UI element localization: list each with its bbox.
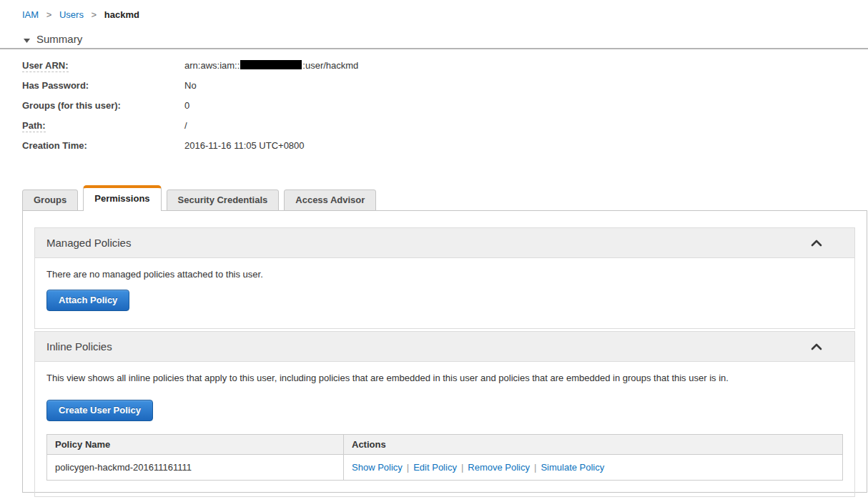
permissions-tab-panel: Managed Policies There are no managed po…: [22, 210, 867, 493]
inline-policies-description: This view shows all inline policies that…: [46, 373, 843, 384]
inline-policies-header: Inline Policies: [35, 332, 854, 362]
summary-row-path: Path: /: [22, 119, 358, 132]
breadcrumb: IAM > Users > hackmd: [22, 9, 139, 20]
breadcrumb-separator: >: [46, 9, 52, 20]
summary-title: Summary: [36, 33, 82, 45]
inline-policies-table: Policy Name Actions policygen-hackmd-201…: [46, 434, 843, 481]
redacted-account-id: [240, 60, 302, 69]
breadcrumb-link-iam[interactable]: IAM: [22, 9, 39, 20]
column-header-policy-name: Policy Name: [47, 435, 344, 455]
show-policy-link[interactable]: Show Policy: [352, 462, 403, 473]
policy-actions-cell: Show Policy|Edit Policy|Remove Policy|Si…: [344, 455, 843, 481]
managed-policies-empty-text: There are no managed policies attached t…: [46, 269, 843, 280]
inline-policies-body: This view shows all inline policies that…: [35, 362, 854, 496]
managed-policies-body: There are no managed policies attached t…: [35, 258, 854, 328]
tab-permissions[interactable]: Permissions: [83, 185, 161, 211]
has-password-value: No: [184, 79, 197, 92]
edit-policy-link[interactable]: Edit Policy: [413, 462, 457, 473]
breadcrumb-separator: >: [92, 9, 97, 20]
link-separator: |: [461, 462, 463, 473]
summary-row-groups: Groups (for this user): 0: [22, 99, 358, 112]
tab-groups[interactable]: Groups: [22, 190, 78, 211]
summary-row-has-password: Has Password: No: [22, 79, 358, 92]
create-user-policy-button[interactable]: Create User Policy: [46, 400, 153, 421]
summary-divider: [0, 48, 868, 49]
breadcrumb-current-user: hackmd: [104, 9, 139, 20]
managed-policies-title: Managed Policies: [46, 237, 131, 249]
simulate-policy-link[interactable]: Simulate Policy: [541, 462, 604, 473]
tab-security-credentials[interactable]: Security Credentials: [167, 190, 280, 211]
path-value: /: [184, 119, 187, 132]
collapse-triangle-icon[interactable]: [24, 33, 30, 45]
summary-row-creation-time: Creation Time: 2016-11-16 11:05 UTC+0800: [22, 139, 358, 152]
policy-name-cell: policygen-hackmd-201611161111: [47, 455, 344, 481]
managed-policies-header: Managed Policies: [35, 228, 854, 258]
field-label: Has Password:: [22, 79, 184, 92]
field-label: Path:: [22, 119, 184, 132]
tab-bar: Groups Permissions Security Credentials …: [22, 185, 381, 211]
remove-policy-link[interactable]: Remove Policy: [468, 462, 530, 473]
tab-access-advisor[interactable]: Access Advisor: [284, 190, 376, 211]
groups-count-value: 0: [184, 99, 189, 112]
breadcrumb-link-users[interactable]: Users: [59, 9, 84, 20]
creation-time-value: 2016-11-16 11:05 UTC+0800: [184, 139, 305, 152]
link-separator: |: [534, 462, 536, 473]
managed-policies-section: Managed Policies There are no managed po…: [34, 227, 855, 329]
field-label: User ARN:: [22, 59, 184, 72]
table-header-row: Policy Name Actions: [47, 435, 843, 455]
inline-policies-title: Inline Policies: [46, 340, 112, 353]
summary-fields: User ARN: arn:aws:iam:::user/hackmd Has …: [22, 59, 358, 159]
inline-policies-section: Inline Policies This view shows all inli…: [34, 331, 855, 497]
collapse-chevron-icon[interactable]: [811, 343, 822, 350]
field-label: Creation Time:: [22, 139, 184, 152]
field-label: Groups (for this user):: [22, 99, 184, 112]
link-separator: |: [407, 462, 409, 473]
summary-section-header: Summary: [24, 33, 82, 45]
collapse-chevron-icon[interactable]: [811, 240, 822, 247]
summary-row-user-arn: User ARN: arn:aws:iam:::user/hackmd: [22, 59, 358, 72]
column-header-actions: Actions: [344, 435, 843, 455]
table-row: policygen-hackmd-201611161111 Show Polic…: [47, 455, 843, 481]
user-arn-value: arn:aws:iam:::user/hackmd: [184, 59, 358, 72]
attach-policy-button[interactable]: Attach Policy: [46, 290, 129, 311]
